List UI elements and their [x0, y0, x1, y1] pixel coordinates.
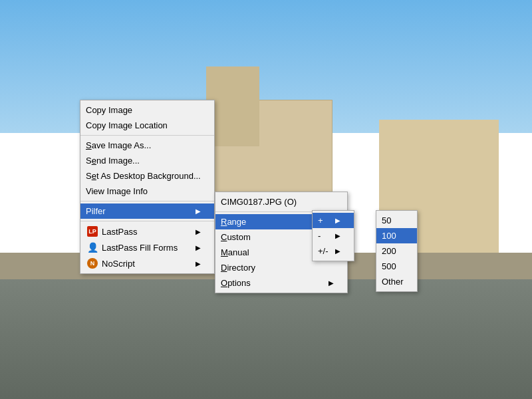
- options-arrow-icon: ▶: [329, 279, 334, 287]
- menu-item-pilfer[interactable]: Pilfer ▶: [80, 203, 214, 219]
- lastpass-icon: LP: [86, 226, 99, 237]
- separator-2: [80, 201, 214, 201]
- plus-arrow-icon: ▶: [335, 217, 340, 224]
- minus-arrow-icon: ▶: [335, 232, 340, 239]
- lastpass-fill-arrow-icon: ▶: [196, 244, 201, 251]
- values-menu: 50 100 200 500 Other: [376, 210, 418, 292]
- menu-item-view-image-info[interactable]: View Image Info: [80, 184, 214, 199]
- lastpass-arrow-icon: ▶: [196, 228, 201, 235]
- menu-item-options[interactable]: Options ▶: [215, 275, 347, 291]
- menu-item-val-100[interactable]: 100: [376, 228, 417, 243]
- menu-item-copy-image-location[interactable]: Copy Image Location: [80, 118, 214, 133]
- separator-1: [80, 135, 214, 136]
- menu-item-val-50[interactable]: 50: [376, 213, 417, 228]
- menu-item-plus[interactable]: + ▶: [313, 213, 354, 228]
- menu-item-save-image-as[interactable]: Save Image As...: [80, 138, 214, 153]
- menu-item-val-other[interactable]: Other: [376, 274, 417, 289]
- menu-item-minus[interactable]: - ▶: [313, 228, 354, 243]
- lastpass-fill-icon: 👤: [86, 242, 99, 253]
- main-context-menu: Copy Image Copy Image Location Save Imag…: [80, 100, 215, 274]
- pilfer-arrow-icon: ▶: [196, 207, 201, 215]
- plusminus-arrow-icon: ▶: [335, 247, 340, 255]
- menu-item-lastpass-fill[interactable]: 👤 LastPass Fill Forms ▶: [80, 239, 214, 255]
- range-submenu: + ▶ - ▶ +/- ▶: [312, 210, 354, 261]
- separator-3: [80, 221, 214, 221]
- menu-item-val-500[interactable]: 500: [376, 259, 417, 274]
- menu-item-copy-image[interactable]: Copy Image: [80, 102, 214, 118]
- menu-item-directory[interactable]: Directory: [215, 260, 347, 275]
- menu-item-filename[interactable]: CIMG0187.JPG (O): [215, 194, 347, 209]
- menu-item-val-200[interactable]: 200: [376, 243, 417, 259]
- noscript-icon: N: [86, 258, 99, 269]
- menu-item-noscript[interactable]: N NoScript ▶: [80, 255, 214, 271]
- menu-item-send-image[interactable]: Send Image...: [80, 153, 214, 168]
- menu-item-plusminus[interactable]: +/- ▶: [313, 243, 354, 259]
- noscript-arrow-icon: ▶: [196, 260, 201, 267]
- menu-item-set-desktop[interactable]: Set As Desktop Background...: [80, 168, 214, 184]
- menu-item-lastpass[interactable]: LP LastPass ▶: [80, 223, 214, 239]
